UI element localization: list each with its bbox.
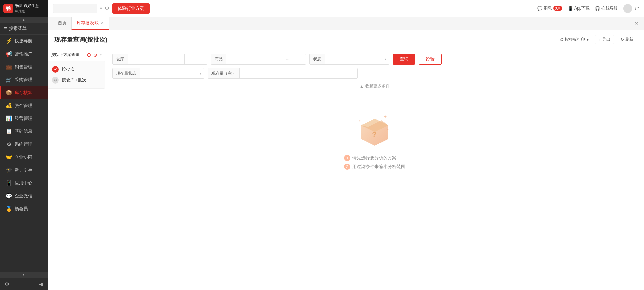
footer-settings-icon[interactable]: ⚙: [5, 281, 9, 287]
service-icon: 🎧: [595, 6, 600, 11]
inventory-icon: 📦: [6, 90, 12, 96]
inventory-qty-to-input[interactable]: [301, 71, 357, 76]
sidebar-item-wecom[interactable]: 💬 企业微信: [0, 189, 48, 202]
collapse-row: ▲ 收起更多条件: [105, 81, 644, 91]
topbar-dropdown-icon[interactable]: ▾: [100, 6, 102, 11]
sidebar-scroll-down[interactable]: ▼: [0, 272, 48, 277]
svg-text:✦: ✦: [358, 119, 361, 123]
topbar-search-input[interactable]: [53, 4, 97, 13]
status-input[interactable]: [325, 57, 382, 61]
export-label: 导出: [602, 37, 610, 42]
basic-icon: 📋: [6, 128, 12, 134]
query-btn[interactable]: 查询: [393, 54, 415, 65]
sidebar-item-label: 畅会员: [15, 206, 28, 212]
right-panel: 仓库 ··· 商品 ··· 状态: [105, 48, 644, 193]
sidebar-item-finance[interactable]: 💰 资金管理: [0, 99, 48, 112]
scheme-warehouse-batch-label: 按仓库+批次: [62, 77, 86, 83]
avatar: [623, 4, 632, 13]
notice-btn[interactable]: 💬 消息 99+: [537, 5, 562, 11]
warehouse-dots-icon[interactable]: ···: [184, 54, 193, 64]
export-icon: ↑: [599, 37, 601, 42]
empty-state: ? ✦ ✦ ✦ 1 请先选择要分析的方案: [105, 91, 644, 193]
notice-label: 消息: [544, 5, 552, 11]
scheme-list: ✔ 按批次 ⊙ 按仓库+批次: [48, 61, 105, 89]
product-input[interactable]: [226, 57, 283, 61]
empty-svg: ? ✦ ✦ ✦: [354, 112, 395, 146]
sidebar-item-label: 采购管理: [15, 77, 32, 83]
sidebar-item-label: 企业微信: [15, 193, 32, 199]
inventory-status-arrow-icon[interactable]: ▾: [197, 68, 204, 78]
sidebar-item-inventory[interactable]: 📦 库存核算: [0, 86, 48, 99]
page-container: 现存量查询(按批次) 🖨 按模板打印 ▾ ↑ 导出 ↻ 刷新: [48, 30, 644, 290]
inventory-qty-from-input[interactable]: [240, 71, 296, 76]
topbar-right: 💬 消息 99+ 📱 App下载 🎧 在线客服 Rit: [537, 4, 639, 13]
scheme-warehouse-batch-icon: ⊙: [52, 77, 59, 84]
sidebar-item-business[interactable]: 📊 经营管理: [0, 112, 48, 125]
sidebar-item-label: 企业协同: [15, 154, 32, 160]
collapse-btn[interactable]: ▲ 收起更多条件: [360, 83, 390, 89]
qty-dash: —: [296, 71, 301, 76]
scheme-panel: 按以下方案查询 ⊕ ⊙ « ✔ 按批次 ⊙: [48, 48, 105, 193]
topbar: ▾ ⚙ 体验行业方案 💬 消息 99+ 📱 App下载 🎧 在线客服 Rit: [48, 0, 644, 17]
warehouse-field: 仓库 ···: [112, 54, 207, 65]
online-service-btn[interactable]: 🎧 在线客服: [595, 5, 618, 11]
status-arrow-icon[interactable]: ▾: [382, 54, 389, 64]
add-scheme-icon[interactable]: ⊕: [87, 52, 91, 58]
footer-collapse-icon[interactable]: ◀: [39, 281, 43, 287]
tab-home-label: 首页: [58, 20, 67, 26]
user-menu[interactable]: Rit: [623, 4, 639, 13]
export-btn[interactable]: ↑ 导出: [595, 35, 614, 44]
sidebar-item-quicknav[interactable]: ⚡ 快捷导航: [0, 35, 48, 48]
sidebar-item-label: 快捷导航: [15, 38, 32, 44]
filter-settings-btn[interactable]: 设置: [419, 54, 442, 65]
tab-inventory-label: 库存批次账: [77, 20, 99, 26]
inventory-status-input[interactable]: [140, 71, 197, 76]
app-download-btn[interactable]: 📱 App下载: [568, 5, 590, 11]
refresh-btn[interactable]: ↻ 刷新: [617, 35, 637, 44]
product-dots-icon[interactable]: ···: [283, 54, 292, 64]
sidebar-item-collab[interactable]: 🤝 企业协同: [0, 151, 48, 164]
sidebar-item-marketing[interactable]: 📢 营销推广: [0, 48, 48, 60]
inventory-qty-label: 现存量（主）: [208, 68, 240, 78]
product-label: 商品: [211, 54, 226, 64]
print-label: 按模板打印: [565, 37, 585, 42]
scheme-item-batch[interactable]: ✔ 按批次: [48, 64, 105, 75]
sidebar-item-sales[interactable]: 💼 销售管理: [0, 60, 48, 73]
filter-row2: 现存量状态 ▾ 现存量（主） —: [105, 65, 644, 79]
scheme-batch-icon: ✔: [52, 66, 59, 73]
inventory-status-label: 现存量状态: [113, 68, 140, 78]
notice-badge: 99+: [553, 6, 562, 11]
empty-tip-2: 2 用过滤条件来缩小分析范围: [344, 164, 405, 170]
warehouse-label: 仓库: [113, 54, 128, 64]
inventory-qty-field: 现存量（主） —: [208, 68, 358, 79]
tab-close-main-icon[interactable]: ✕: [634, 21, 639, 26]
scheme-item-warehouse-batch[interactable]: ⊙ 按仓库+批次: [48, 75, 105, 86]
sidebar-search[interactable]: ☰ 搜索菜单: [0, 23, 48, 35]
sidebar-item-purchase[interactable]: 🛒 采购管理: [0, 73, 48, 86]
sidebar-item-label: 资金管理: [15, 103, 32, 109]
sidebar-item-member[interactable]: 🏅 畅会员: [0, 202, 48, 215]
sidebar-item-basic[interactable]: 📋 基础信息: [0, 125, 48, 138]
tab-home[interactable]: 首页: [53, 17, 71, 30]
tip-text-2: 用过滤条件来缩小分析范围: [352, 164, 405, 170]
experience-btn[interactable]: 体验行业方案: [112, 3, 150, 14]
tabs-bar: 首页 库存批次账 ✕ ✕: [48, 17, 644, 30]
sidebar-item-system[interactable]: ⚙ 系统管理: [0, 138, 48, 151]
sidebar-item-newbie[interactable]: 🎓 新手引导: [0, 164, 48, 177]
sidebar-item-appstore[interactable]: 📱 应用中心: [0, 177, 48, 189]
business-icon: 📊: [6, 115, 12, 122]
tab-inventory-batch[interactable]: 库存批次账 ✕: [71, 17, 109, 30]
sidebar-scroll-up[interactable]: ▲: [0, 17, 48, 23]
tab-close-icon[interactable]: ✕: [101, 21, 104, 25]
main-area: ▾ ⚙ 体验行业方案 💬 消息 99+ 📱 App下载 🎧 在线客服 Rit: [48, 0, 644, 290]
content-area: 现存量查询(按批次) 🖨 按模板打印 ▾ ↑ 导出 ↻ 刷新: [48, 30, 644, 290]
collapse-scheme-icon[interactable]: «: [99, 53, 102, 57]
print-btn[interactable]: 🖨 按模板打印 ▾: [556, 35, 592, 44]
inventory-status-field: 现存量状态 ▾: [112, 68, 204, 79]
service-label: 在线客服: [601, 5, 618, 11]
status-field: 状态 ▾: [309, 54, 389, 65]
warehouse-input[interactable]: [128, 57, 184, 61]
settings-scheme-icon[interactable]: ⊙: [93, 52, 97, 58]
sidebar-item-label: 基础信息: [15, 128, 32, 134]
topbar-settings-icon[interactable]: ⚙: [105, 5, 109, 12]
